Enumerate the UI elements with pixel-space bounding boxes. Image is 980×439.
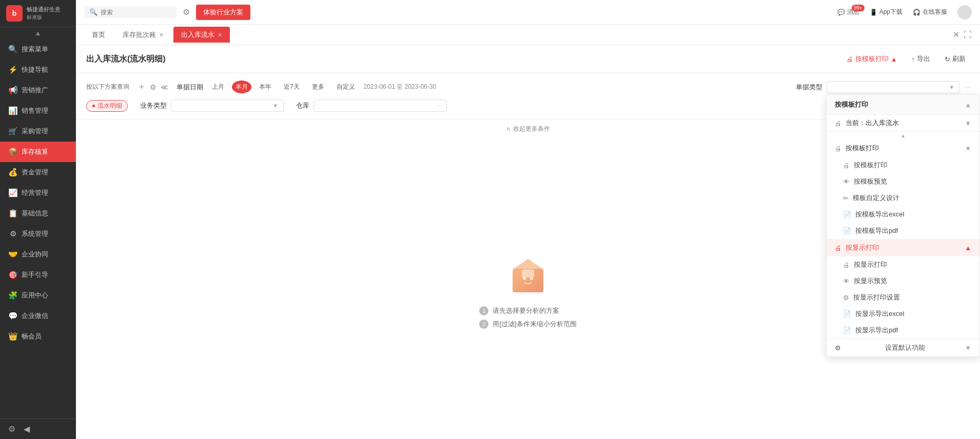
date-this-year[interactable]: 本年 (254, 81, 276, 93)
flow-detail-tag[interactable]: ● 流水明细 (86, 100, 128, 112)
main-content: 🔍 ⚙ 体验行业方案 💬 消息 99+ 📱 App下载 🎧 在线客服 首页 (76, 0, 980, 439)
export-btn[interactable]: ↑ 导出 (908, 52, 935, 66)
dropdown-item-display-excel[interactable]: 📄 按显示导出excel (827, 306, 979, 322)
date-prev-month[interactable]: 上月 (207, 81, 229, 93)
search-input[interactable] (101, 9, 162, 16)
topbar-search-box[interactable]: 🔍 (84, 6, 177, 18)
chevron-up-icon: ∧ (506, 125, 513, 132)
tab-flow[interactable]: 出入库流水 ✕ (173, 27, 230, 43)
refresh-btn[interactable]: ↻ 刷新 (940, 52, 970, 66)
date-custom[interactable]: 自定义 (332, 81, 360, 93)
excel-icon: 📄 (843, 211, 851, 218)
svg-point-5 (523, 277, 526, 280)
sidebar-item-wechat[interactable]: 💬 企业微信 (0, 306, 76, 326)
dropdown-title: 按模板打印 (835, 100, 868, 109)
doc-type-select[interactable]: ▼ (827, 81, 960, 93)
warehouse-select[interactable]: ··· (313, 99, 447, 112)
sidebar-item-member[interactable]: 👑 畅会员 (0, 326, 76, 347)
dropdown-close-arrow[interactable]: ▲ (965, 101, 971, 109)
sidebar-item-label: 企业微信 (22, 311, 48, 321)
sidebar-item-label: 应用中心 (22, 291, 48, 300)
expand-window-icon[interactable]: ⛶ (964, 30, 972, 39)
business-type-label: 业务类型 (140, 101, 167, 110)
sidebar-item-guide[interactable]: 🎯 新手引导 (0, 265, 76, 285)
display-preview-icon: 👁 (843, 277, 850, 285)
tab-flow-close[interactable]: ✕ (218, 32, 222, 38)
sidebar-item-label: 系统管理 (22, 229, 48, 238)
printer-icon: 🖨 (843, 162, 850, 169)
sidebar-item-purchase[interactable]: 🛒 采购管理 (0, 121, 76, 142)
display-printer-icon: 🖨 (843, 261, 850, 269)
business-type-field: 业务类型 ▼ (140, 99, 284, 112)
dropdown-item-template-custom[interactable]: ✏ 模板自定义设计 (827, 190, 979, 206)
user-avatar[interactable] (957, 5, 972, 19)
message-badge: 99+ (852, 5, 865, 11)
guide-icon: 🎯 (8, 270, 17, 280)
dropdown-current[interactable]: 🖨 当前：出入库流水 ▼ (827, 115, 979, 132)
app-download-label: App下载 (879, 8, 903, 16)
print-template-btn[interactable]: 🖨 按模板打印 ▲ (842, 52, 901, 66)
tab-home[interactable]: 首页 (84, 27, 113, 43)
online-service-btn[interactable]: 🎧 在线客服 (913, 8, 947, 16)
dropdown-item-template-print[interactable]: 🖨 按模板打印 (827, 157, 979, 173)
business-type-select[interactable]: ▼ (171, 99, 284, 112)
export-label: 导出 (917, 54, 930, 64)
tab-batch-close[interactable]: ✕ (159, 32, 164, 38)
settings-default-icon: ⚙ (835, 344, 841, 352)
step-2-text: 用[过滤]条件来缩小分析范围 (493, 320, 576, 329)
svg-rect-2 (522, 269, 534, 277)
dropdown-item-display-pdf[interactable]: 📄 按显示导出pdf (827, 322, 979, 338)
settings-icon[interactable]: ⚙ (8, 424, 15, 434)
template-print-section-header[interactable]: 🖨 按模板打印 ▼ (827, 139, 979, 157)
tab-batch[interactable]: 库存批次账 ✕ (115, 27, 171, 43)
dropdown-item-template-pdf[interactable]: 📄 按模板导出pdf (827, 223, 979, 239)
date-last-7[interactable]: 近7天 (279, 81, 304, 93)
sidebar-item-finance[interactable]: 💰 资金管理 (0, 162, 76, 183)
template-section-arrow: ▼ (965, 145, 971, 152)
industry-btn[interactable]: 体验行业方案 (196, 5, 250, 20)
marketing-icon: 📢 (8, 86, 17, 95)
sidebar-item-collab[interactable]: 🤝 企业协同 (0, 244, 76, 265)
page-actions: 🖨 按模板打印 ▲ ↑ 导出 ↻ 刷新 (842, 52, 970, 73)
collapse-icon[interactable]: ◀ (24, 424, 30, 434)
scroll-up-indicator: ▲ (827, 132, 979, 139)
template-print-label: 按模板打印 (846, 144, 879, 153)
dropdown-item-template-excel[interactable]: 📄 按模板导出excel (827, 206, 979, 223)
date-filter-options: 上月 本月 本年 近7天 更多 自定义 (207, 81, 360, 93)
filter-gear-icon[interactable]: ⚙ (150, 83, 156, 91)
message-btn[interactable]: 💬 消息 99+ (837, 8, 859, 16)
sidebar-scroll-up[interactable]: ▲ (0, 27, 76, 39)
sidebar-item-basic[interactable]: 📋 基础信息 (0, 203, 76, 224)
display-print-section-header[interactable]: 🖨 按显示打印 ▲ (827, 239, 979, 256)
display-print-section-icon: 🖨 (835, 244, 841, 252)
app-download-btn[interactable]: 📱 App下载 (870, 8, 903, 16)
sidebar-item-appcenter[interactable]: 🧩 应用中心 (0, 285, 76, 306)
date-filter-label: 单据日期 (177, 83, 203, 92)
sidebar-item-inventory[interactable]: 📦 库存核算 (0, 142, 76, 162)
sidebar-item-shortcut[interactable]: ⚡ 快捷导航 (0, 59, 76, 80)
tab-batch-label: 库存批次账 (123, 30, 156, 39)
sidebar-item-marketing[interactable]: 📢 营销推广 (0, 80, 76, 101)
sidebar-item-search[interactable]: 🔍 搜索菜单 (0, 39, 76, 59)
date-this-month[interactable]: 本月 (232, 81, 251, 93)
settings-gear-icon[interactable]: ⚙ (183, 7, 190, 17)
filter-collapse-icon[interactable]: ≪ (161, 83, 168, 91)
dropdown-item-display-print[interactable]: 🖨 按显示打印 (827, 256, 979, 273)
sidebar-item-sales[interactable]: 📊 销售管理 (0, 101, 76, 121)
doc-type-more-icon[interactable]: ··· (964, 83, 970, 91)
date-more[interactable]: 更多 (307, 81, 329, 93)
search-icon: 🔍 (89, 8, 97, 16)
sidebar-item-system[interactable]: ⚙ 系统管理 (0, 224, 76, 244)
dropdown-item-display-settings[interactable]: ⚙ 按显示打印设置 (827, 289, 979, 306)
search-icon: 🔍 (8, 45, 17, 54)
dropdown-item-display-preview[interactable]: 👁 按显示预览 (827, 273, 979, 289)
filter-add-icon[interactable]: ＋ (138, 82, 146, 92)
sidebar-item-operation[interactable]: 📈 经营管理 (0, 183, 76, 203)
close-window-icon[interactable]: ✕ (953, 30, 959, 39)
current-label: 当前：出入库流水 (846, 118, 899, 128)
date-filter-section: 单据日期 上月 本月 本年 近7天 更多 自定义 2023-06-01 至 20… (177, 81, 436, 93)
dropdown-footer[interactable]: ⚙ 设置默认功能 ▼ (827, 338, 979, 356)
svg-point-6 (530, 277, 533, 280)
step-2-num: 2 (479, 320, 488, 329)
dropdown-item-template-preview[interactable]: 👁 按模板预览 (827, 173, 979, 190)
